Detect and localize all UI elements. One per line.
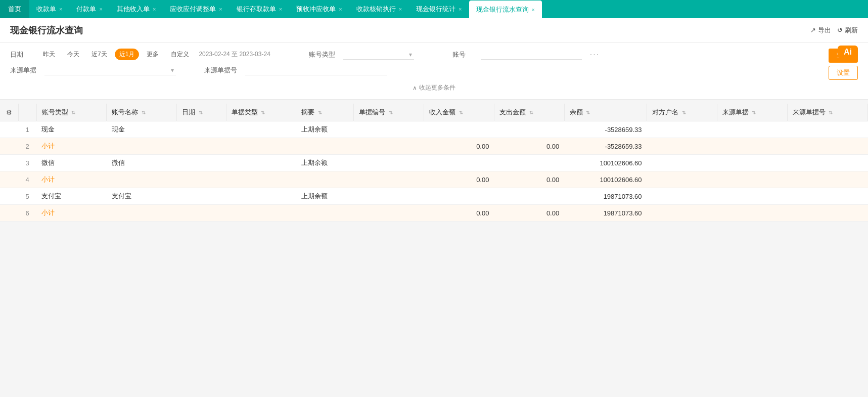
refresh-button[interactable]: ↺ 刷新	[837, 26, 858, 35]
collapse-label: 收起更多条件	[419, 83, 455, 92]
filter-row-source: 来源单据 ▾ 来源单据号	[10, 65, 814, 75]
source-doc-select[interactable]	[44, 65, 176, 75]
col-source-doc[interactable]: 来源单据 ⇅	[717, 104, 787, 121]
cell-account-name: 微信	[107, 155, 177, 171]
cell-doc-no	[354, 138, 424, 155]
col-doc-no[interactable]: 单据编号 ⇅	[354, 104, 424, 121]
table-row[interactable]: 6 小计 0.00 0.00 19871073.60	[0, 205, 868, 222]
date-btn-7days[interactable]: 近7天	[87, 49, 112, 60]
date-range-text: 2023-02-24 至 2023-03-24	[199, 50, 270, 59]
close-icon[interactable]: ×	[153, 0, 156, 18]
col-settings[interactable]: ⚙	[0, 104, 18, 121]
col-income[interactable]: 收入金额 ⇅	[424, 104, 494, 121]
header-actions: ↗ 导出 ↺ 刷新	[810, 26, 858, 35]
cell-doc-no	[354, 188, 424, 205]
table-row[interactable]: 4 小计 0.00 0.00 100102606.60	[0, 171, 868, 188]
cell-income	[424, 155, 494, 171]
date-label: 日期	[10, 50, 30, 59]
cell-date	[177, 121, 226, 138]
nav-tab-7[interactable]: 现金银行统计 ×	[409, 0, 469, 18]
col-account-type[interactable]: 账号类型 ⇅	[36, 104, 107, 121]
close-icon[interactable]: ×	[399, 0, 402, 18]
close-icon[interactable]: ×	[59, 0, 62, 18]
close-icon[interactable]: ×	[339, 0, 342, 18]
account-type-select[interactable]	[343, 50, 414, 60]
export-button[interactable]: ↗ 导出	[810, 26, 831, 35]
nav-tab-8[interactable]: 现金银行流水查询 ×	[469, 1, 542, 18]
ai-badge[interactable]: Ai	[838, 46, 858, 59]
nav-tab-4[interactable]: 银行存取款单 ×	[230, 0, 289, 18]
account-label: 账号	[452, 50, 473, 59]
cell-counterparty	[647, 205, 717, 222]
cell-doc-no	[354, 121, 424, 138]
cell-doc-no	[354, 205, 424, 222]
cell-income	[424, 121, 494, 138]
account-input[interactable]	[481, 50, 582, 60]
nav-tab-6[interactable]: 收款核销执行 ×	[349, 0, 409, 18]
col-expense[interactable]: 支出金额 ⇅	[494, 104, 564, 121]
close-icon[interactable]: ×	[219, 0, 222, 18]
col-summary[interactable]: 摘要 ⇅	[296, 104, 354, 121]
close-icon[interactable]: ×	[99, 0, 102, 18]
account-type-select-wrapper: ▾	[343, 50, 414, 60]
close-icon[interactable]: ×	[279, 0, 282, 18]
cell-date	[177, 205, 226, 222]
source-doc-num-input[interactable]	[245, 65, 387, 75]
col-counterparty[interactable]: 对方户名 ⇅	[647, 104, 717, 121]
cell-doc-type	[226, 138, 296, 155]
date-btn-yesterday[interactable]: 昨天	[38, 49, 60, 60]
data-table: ⚙ 账号类型 ⇅ 账号名称 ⇅ 日期 ⇅ 单据类型 ⇅ 摘要 ⇅ 单据编号 ⇅ …	[0, 104, 868, 222]
cell-source-doc	[717, 188, 787, 205]
cell-income	[424, 188, 494, 205]
table-row[interactable]: 1 现金 现金 上期余额 -3528659.33	[0, 121, 868, 138]
col-source-doc-no[interactable]: 来源单据号 ⇅	[787, 104, 867, 121]
cell-income: 0.00	[424, 205, 494, 222]
close-icon[interactable]: ×	[459, 0, 462, 18]
col-account-name[interactable]: 账号名称 ⇅	[107, 104, 177, 121]
table-body: 1 现金 现金 上期余额 -3528659.33 2 小计 0.00 0.00 …	[0, 121, 868, 222]
cell-summary: 上期余额	[296, 155, 354, 171]
page-title: 现金银行流水查询	[10, 24, 83, 36]
nav-tab-1[interactable]: 付款单 ×	[69, 0, 109, 18]
nav-tab-0[interactable]: 收款单 ×	[29, 0, 69, 18]
settings-button[interactable]: 设置	[829, 66, 858, 80]
cell-account-name	[107, 205, 177, 222]
nav-tab-5[interactable]: 预收冲应收单 ×	[289, 0, 349, 18]
row-num: 4	[18, 171, 36, 188]
date-btn-custom[interactable]: 自定义	[166, 49, 194, 60]
col-balance[interactable]: 余额 ⇅	[564, 104, 647, 121]
table-row[interactable]: 3 微信 微信 上期余额 100102606.60	[0, 155, 868, 171]
source-doc-num-label: 来源单据号	[204, 66, 237, 75]
cell-doc-type	[226, 155, 296, 171]
cell-doc-no	[354, 171, 424, 188]
col-doc-type[interactable]: 单据类型 ⇅	[226, 104, 296, 121]
col-date[interactable]: 日期 ⇅	[177, 104, 226, 121]
cell-balance: 100102606.60	[564, 155, 647, 171]
export-icon: ↗	[810, 26, 816, 34]
cell-counterparty	[647, 155, 717, 171]
cell-source-doc-no	[787, 155, 867, 171]
cell-account-type: 微信	[36, 155, 107, 171]
cell-account-type: 支付宝	[36, 188, 107, 205]
row-num: 3	[18, 155, 36, 171]
row-num: 1	[18, 121, 36, 138]
cell-source-doc	[717, 171, 787, 188]
row-settings	[0, 171, 18, 188]
nav-tab-2[interactable]: 其他收入单 ×	[110, 0, 163, 18]
close-icon[interactable]: ×	[532, 1, 535, 18]
collapse-bar[interactable]: ∧ 收起更多条件	[10, 80, 858, 93]
date-btn-more[interactable]: 更多	[142, 49, 163, 60]
row-settings	[0, 155, 18, 171]
page-header: 现金银行流水查询 ↗ 导出 ↺ 刷新	[0, 18, 868, 42]
cell-doc-type	[226, 171, 296, 188]
date-btn-1month[interactable]: 近1月	[115, 49, 140, 60]
nav-tab-3[interactable]: 应收应付调整单 ×	[163, 0, 229, 18]
nav-home[interactable]: 首页	[0, 0, 29, 18]
more-dots-icon[interactable]: ···	[590, 50, 600, 59]
date-btn-today[interactable]: 今天	[63, 49, 84, 60]
table-row[interactable]: 2 小计 0.00 0.00 -3528659.33	[0, 138, 868, 155]
cell-balance: -3528659.33	[564, 121, 647, 138]
cell-expense: 0.00	[494, 138, 564, 155]
cell-source-doc	[717, 121, 787, 138]
table-row[interactable]: 5 支付宝 支付宝 上期余额 19871073.60	[0, 188, 868, 205]
